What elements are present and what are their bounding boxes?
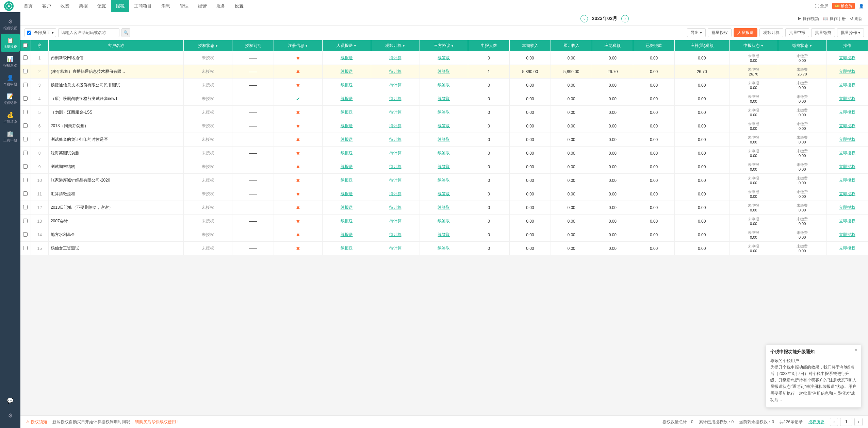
tripartite-link[interactable]: 续签取	[438, 110, 450, 115]
tripartite-link[interactable]: 续签取	[438, 191, 450, 196]
sidebar-item-annual-report[interactable]: 🏢 工商年报	[1, 127, 20, 145]
nav-message[interactable]: 消息	[157, 0, 175, 12]
row-checkbox[interactable]	[23, 191, 28, 196]
tax-calc-filter-icon[interactable]: ▼	[402, 44, 405, 48]
prev-month-button[interactable]: ‹	[580, 15, 588, 22]
row-checkbox[interactable]	[23, 219, 28, 223]
personnel-link[interactable]: 续报送	[341, 69, 353, 74]
row-checkbox[interactable]	[23, 164, 28, 169]
nav-billing[interactable]: 收费	[56, 0, 74, 12]
row-checkbox[interactable]	[23, 137, 28, 141]
tax-calc-button[interactable]: 税款计算	[759, 28, 783, 37]
all-employees-checkbox[interactable]	[27, 31, 31, 35]
tripartite-link[interactable]: 续签取	[438, 232, 450, 237]
sidebar-bottom-message[interactable]: 💬	[1, 394, 20, 407]
personnel-link[interactable]: 续报送	[341, 219, 353, 223]
action-link[interactable]: 立即授权	[839, 110, 855, 115]
fullscreen-btn[interactable]: ⛶ 全屏	[815, 3, 828, 9]
personnel-link[interactable]: 续报送	[341, 123, 353, 128]
tax-calc-link[interactable]: 待计算	[389, 232, 402, 237]
tax-calc-link[interactable]: 待计算	[389, 178, 402, 183]
nav-accounting[interactable]: 记账	[93, 0, 111, 12]
auth-status-filter-icon[interactable]: ▼	[215, 44, 218, 48]
sidebar-item-tax-record[interactable]: 📝 报税记录	[1, 90, 20, 108]
row-checkbox[interactable]	[23, 96, 28, 101]
search-input[interactable]	[58, 28, 119, 37]
row-checkbox[interactable]	[23, 123, 28, 128]
sidebar-item-personal-tax[interactable]: 👤 个税申报	[1, 71, 20, 89]
tax-calc-link[interactable]: 待计算	[389, 151, 402, 155]
nav-operation[interactable]: 经营	[193, 0, 212, 12]
row-checkbox[interactable]	[23, 69, 28, 73]
tax-calc-link[interactable]: 待计算	[389, 69, 402, 74]
tax-calc-link[interactable]: 待计算	[389, 96, 402, 101]
action-link[interactable]: 立即授权	[839, 246, 855, 251]
sidebar-item-tax-overview[interactable]: 📊 报税总览	[1, 52, 20, 70]
sidebar-item-tax-settings[interactable]: ⚙ 报税设置	[1, 15, 20, 33]
tripartite-link[interactable]: 续签取	[438, 137, 450, 142]
tax-calc-link[interactable]: 待计算	[389, 191, 402, 196]
nav-invoice[interactable]: 票据	[74, 0, 93, 12]
sidebar-bottom-settings[interactable]: ⚙	[1, 409, 20, 422]
personnel-link[interactable]: 续报送	[341, 232, 353, 237]
user-avatar[interactable]: 👤	[859, 4, 864, 8]
tripartite-link[interactable]: 续签取	[438, 55, 450, 60]
operation-video-link[interactable]: ▶ 操作视频	[798, 16, 819, 22]
report-status-filter-icon[interactable]: ▼	[760, 44, 764, 48]
action-link[interactable]: 立即授权	[839, 55, 855, 60]
personnel-link[interactable]: 续报送	[341, 246, 353, 251]
tripartite-link[interactable]: 续签取	[438, 96, 450, 101]
personnel-link[interactable]: 续报送	[341, 205, 353, 210]
row-checkbox[interactable]	[23, 205, 28, 209]
tripartite-link[interactable]: 续签取	[438, 205, 450, 210]
batch-ops-button[interactable]: 批量操作 ▾	[837, 28, 864, 37]
operation-manual-link[interactable]: 📖 操作手册	[823, 16, 846, 22]
select-all-checkbox[interactable]	[23, 43, 28, 48]
tripartite-link[interactable]: 续签取	[438, 123, 450, 128]
tax-calc-link[interactable]: 待计算	[389, 205, 402, 210]
tripartite-link[interactable]: 续签取	[438, 83, 450, 87]
next-month-button[interactable]: ›	[621, 15, 629, 22]
tripartite-filter-icon[interactable]: ▼	[451, 44, 454, 48]
tax-calc-link[interactable]: 待计算	[389, 219, 402, 223]
personnel-link[interactable]: 续报送	[341, 164, 353, 169]
search-button[interactable]: 🔍	[121, 28, 130, 37]
nav-settings[interactable]: 设置	[230, 0, 248, 12]
tax-calc-link[interactable]: 待计算	[389, 110, 402, 115]
action-link[interactable]: 立即授权	[839, 232, 855, 237]
row-checkbox[interactable]	[23, 110, 28, 114]
personnel-link[interactable]: 续报送	[341, 55, 353, 60]
personnel-link[interactable]: 续报送	[341, 151, 353, 155]
personnel-link[interactable]: 续报送	[341, 191, 353, 196]
tripartite-link[interactable]: 续签取	[438, 151, 450, 155]
notification-close-button[interactable]: ×	[855, 347, 857, 353]
tax-calc-link[interactable]: 待计算	[389, 83, 402, 87]
nav-tax[interactable]: 报税	[111, 0, 129, 12]
batch-auth-button[interactable]: 批量授权	[708, 28, 732, 37]
tax-calc-link[interactable]: 待计算	[389, 123, 402, 128]
tripartite-link[interactable]: 续签取	[438, 69, 450, 74]
tripartite-link[interactable]: 续签取	[438, 246, 450, 251]
auth-history-link[interactable]: 授权历史	[808, 419, 824, 425]
app-logo[interactable]	[4, 1, 14, 11]
nav-customer[interactable]: 客户	[37, 0, 56, 12]
nav-service[interactable]: 服务	[212, 0, 230, 12]
page-number-input[interactable]	[840, 418, 852, 426]
action-link[interactable]: 立即授权	[839, 83, 855, 87]
action-link[interactable]: 立即授权	[839, 96, 855, 101]
nav-business[interactable]: 工商项目	[129, 0, 157, 12]
personnel-link[interactable]: 续报送	[341, 178, 353, 183]
next-page-button[interactable]: ›	[854, 418, 863, 426]
action-link[interactable]: 立即授权	[839, 164, 855, 169]
action-link[interactable]: 立即授权	[839, 178, 855, 183]
export-button[interactable]: 导出 ▾	[687, 28, 706, 37]
action-link[interactable]: 立即授权	[839, 191, 855, 196]
action-link[interactable]: 立即授权	[839, 205, 855, 210]
personnel-filter-icon[interactable]: ▼	[354, 44, 357, 48]
sidebar-item-batch-tax[interactable]: 📋 批量报税	[1, 34, 20, 52]
action-link[interactable]: 立即授权	[839, 69, 855, 74]
tripartite-link[interactable]: 续签取	[438, 219, 450, 223]
tax-calc-link[interactable]: 待计算	[389, 246, 402, 251]
pay-status-filter-icon[interactable]: ▼	[809, 44, 812, 48]
action-link[interactable]: 立即授权	[839, 151, 855, 155]
